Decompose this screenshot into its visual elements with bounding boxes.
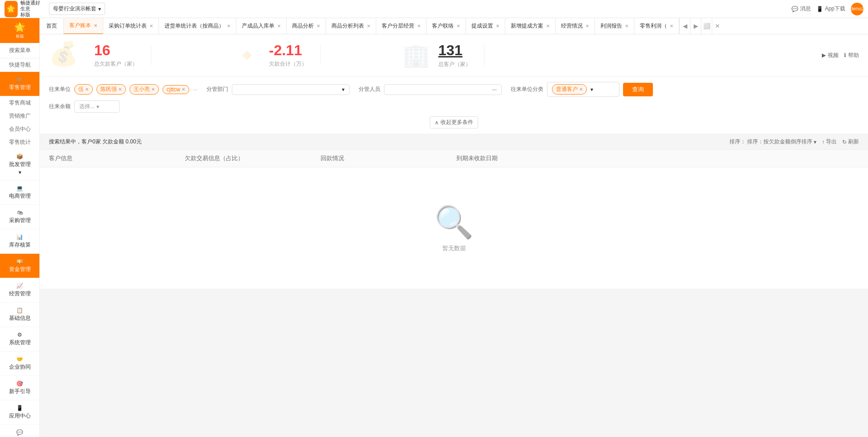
stat-value-2: -2.11 [269,43,302,58]
tab-customer-ledger[interactable]: 客户账本 ✕ [64,18,103,34]
search-menu-label[interactable]: 搜索菜单 [9,47,31,53]
tab-commission-new[interactable]: 新增提成方案 ✕ [505,18,556,34]
tab-close-retail-profit[interactable]: ✕ [670,24,673,28]
tab-close-stock-stats[interactable]: ✕ [227,24,230,28]
stat-label-3: 总客户（家） [438,61,471,68]
stat-block-2: -2.11 欠款合计（万） [260,43,321,68]
tab-close-customer-ledger[interactable]: ✕ [94,23,97,28]
sidebar-item-app[interactable]: 📱 应用中心 [0,400,39,425]
sidebar-item-finance[interactable]: 💴 资金管理 [0,254,39,278]
stat-label-1: 总欠款客户（家） [94,60,138,68]
col-header-repay: 回款情况 [321,154,456,162]
collab-icon: 🤝 [16,356,23,362]
sidebar-item-guide[interactable]: 🎯 新手引导 [0,376,39,400]
unit-filter-label: 往来单位 [49,86,71,93]
sidebar-item-ecommerce[interactable]: 💻 电商管理 [0,180,39,205]
tab-commission-settings[interactable]: 提成设置 ✕ [466,18,505,34]
sidebar-item-wechat[interactable]: 💬 企业微信 [0,425,39,437]
help-icon: ℹ [844,52,846,58]
filter-tag-unit-2[interactable]: 陈民强 ✕ [96,84,126,95]
tab-retail-profit[interactable]: 零售利润（ ✕ [634,18,679,34]
filter-tag-unit-1[interactable]: 伍 ✕ [74,84,93,95]
sidebar-item-wholesale[interactable]: 📦 批发管理 ▾ [0,149,39,180]
sidebar-logo: 🌟标版 [0,18,39,43]
help-action[interactable]: ℹ 帮助 [844,52,859,59]
sidebar-item-inventory[interactable]: 📊 库存核算 [0,229,39,254]
tab-product-in[interactable]: 产成品入库单 ✕ [236,18,287,34]
export-icon: ↑ [822,139,825,145]
balance-filter-input[interactable]: 选择... ▾ [74,100,120,113]
tab-purchase-stats[interactable]: 采购订单统计表 ✕ [103,18,159,34]
sidebar-item-collab[interactable]: 🤝 企业协同 [0,352,39,376]
sidebar-item-retail[interactable]: 🛒 零售管理 [0,72,39,96]
tab-close-profit-report[interactable]: ✕ [625,24,628,28]
tab-close-customer-contact[interactable]: ✕ [456,24,460,28]
sidebar-item-marketing[interactable]: 营销推广 [0,109,39,123]
sidebar-item-retail-mall[interactable]: 零售商城 [0,96,39,109]
tab-close-product-in[interactable]: ✕ [277,24,281,28]
tab-scroll-right[interactable]: ▶ [690,18,701,34]
message-icon: 💬 [791,6,798,12]
sidebar-item-system[interactable]: ⚙ 系统管理 [0,327,39,352]
balance-filter-label: 往来余额 [49,103,71,110]
tab-close-goods-analysis-list[interactable]: ✕ [367,24,370,28]
tag-close-unit-type[interactable]: ✕ [579,87,583,92]
tab-close-commission-settings[interactable]: ✕ [496,24,499,28]
export-button[interactable]: ↑ 导出 [822,138,837,146]
workspace-selector[interactable]: 母婴行业演示帐套 ▾ [49,3,105,15]
tab-goods-analysis[interactable]: 商品分析 ✕ [287,18,326,34]
sort-select[interactable]: 排序： 排序：按欠款金额倒序排序 ▾ [729,138,816,146]
tab-goods-analysis-list[interactable]: 商品分析列表 ✕ [326,18,376,34]
tag-close-3[interactable]: ✕ [151,87,155,92]
dept-filter-select[interactable]: ▾ [232,84,350,95]
refresh-button[interactable]: ↻ 刷新 [842,138,859,146]
tag-close-4[interactable]: ✕ [182,87,185,92]
tag-close-2[interactable]: ✕ [118,87,122,92]
tab-close-goods-analysis[interactable]: ✕ [317,24,320,28]
sidebar-item-member[interactable]: 会员中心 [0,123,39,136]
message-btn[interactable]: 💬 消息 [791,5,811,13]
stat-bg-icon-3: 🏢 [402,42,429,68]
collapse-button[interactable]: ∧ 收起更多条件 [430,116,478,128]
sort-chevron-icon: ▾ [814,139,816,145]
stat-value-1: 16 [94,43,110,58]
tab-maximize[interactable]: ⬜ [701,18,712,34]
query-button[interactable]: 查询 [623,83,653,96]
top-bar-right: 💬 消息 📱 App下载 demo2 [791,3,863,15]
tab-close-all[interactable]: ✕ [712,18,723,34]
filter-tag-unit-4[interactable]: cjttcw ✕ [163,85,189,94]
tab-scroll-left[interactable]: ◀ [679,18,690,34]
unit-type-filter-select[interactable]: 普通客户 ✕ ▾ [547,82,619,97]
tab-close-customer-layer[interactable]: ✕ [417,24,421,28]
sidebar-item-retail-stats[interactable]: 零售统计 [0,136,39,149]
sidebar-item-purchase[interactable]: 🛍 采购管理 [0,205,39,229]
filter-more-tags[interactable]: ··· [193,86,197,93]
tab-close-biz-status[interactable]: ✕ [585,24,589,28]
table-header: 客户信息 欠款交易信息（占比） 回款情况 到期未收款日期 [40,150,868,167]
person-filter-select[interactable]: ··· [384,84,502,95]
app-download-btn[interactable]: 📱 App下载 [816,5,845,13]
tag-close-1[interactable]: ✕ [85,87,89,92]
dept-dropdown-icon: ▾ [342,86,345,93]
tab-close-purchase-stats[interactable]: ✕ [149,24,153,28]
sidebar-item-operation[interactable]: 📈 经营管理 [0,278,39,303]
sidebar-item-basic[interactable]: 📋 基础信息 [0,303,39,327]
tab-customer-contact[interactable]: 客户联络 ✕ [427,18,466,34]
tab-profit-report[interactable]: 利润报告 ✕ [595,18,634,34]
quick-nav[interactable]: 快捷导航 [0,58,39,72]
tab-biz-status[interactable]: 经营情况 ✕ [556,18,595,34]
video-action[interactable]: ▶ 视频 [822,52,839,59]
tab-home[interactable]: 首页 [40,18,64,34]
balance-dropdown-icon: ▾ [96,104,99,110]
person-filter-label: 分管人员 [359,86,380,93]
user-avatar[interactable]: demo2 [851,3,863,15]
system-icon: ⚙ [17,332,22,338]
tab-close-commission-new[interactable]: ✕ [546,24,550,28]
tab-stock-stats[interactable]: 进货单统计表（按商品） ✕ [159,18,236,34]
filter-tag-unit-3[interactable]: 王小亮 ✕ [129,84,159,95]
tab-customer-layer[interactable]: 客户分层经营 ✕ [376,18,427,34]
stat-bg-icon-1: 💰 [49,42,85,69]
basic-icon: 📋 [16,307,23,314]
filter-tag-unit-type[interactable]: 普通客户 ✕ [552,84,587,95]
sidebar-search-area[interactable]: 搜索菜单 [0,43,39,58]
